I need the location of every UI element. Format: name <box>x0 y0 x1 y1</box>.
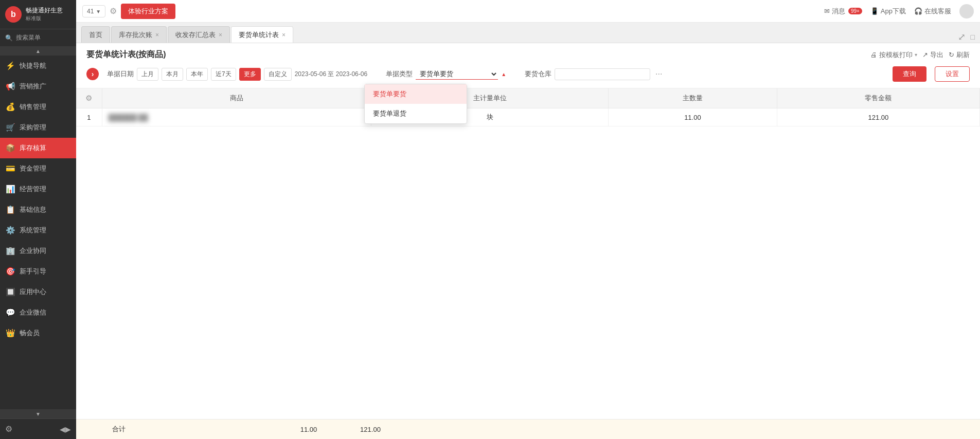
tab-label: 要货单统计表 <box>239 30 279 40</box>
tab-fullscreen-icon[interactable]: □ <box>971 33 975 41</box>
operation-icon: 📊 <box>5 184 15 194</box>
marketing-icon: 📢 <box>5 81 15 92</box>
table-area: ⚙ 商品 主计量单位 主数量 零售金额 1 ██████ ██ 块 <box>76 88 980 419</box>
settings-icon[interactable]: ⚙ <box>5 424 12 434</box>
search-icon: 🔍 <box>5 34 13 42</box>
warehouse-filter-label: 要货仓库 <box>525 69 551 79</box>
sidebar-item-operation[interactable]: 📊 经营管理 <box>0 179 76 199</box>
date-btn-last-month[interactable]: 上月 <box>137 68 158 81</box>
breadcrumb-select[interactable]: 41 <box>82 5 105 17</box>
sidebar-item-label: 新手引导 <box>20 267 46 276</box>
cell-row-num: 1 <box>76 108 102 126</box>
date-btn-this-year[interactable]: 本年 <box>186 68 208 81</box>
sidebar-scroll-down[interactable]: ▼ <box>0 409 76 418</box>
sidebar-item-finance[interactable]: 💳 资金管理 <box>0 158 76 179</box>
sidebar-item-label: 营销推广 <box>20 82 46 91</box>
table-settings-icon[interactable]: ⚙ <box>85 94 92 102</box>
messages-btn[interactable]: ✉ 消息 99+ <box>824 7 862 16</box>
avatar[interactable] <box>959 4 974 19</box>
sidebar-item-wechat[interactable]: 💬 企业微信 <box>0 302 76 323</box>
date-btn-this-month[interactable]: 本月 <box>162 68 183 81</box>
query-btn[interactable]: 查询 <box>893 66 926 82</box>
date-btn-more[interactable]: 更多 <box>239 68 261 81</box>
logo-sub: 标准版 <box>26 15 63 22</box>
settings-btn[interactable]: 设置 <box>935 66 970 82</box>
app-download-btn[interactable]: 📱 App下载 <box>870 7 906 16</box>
content-area: 要货单统计表(按商品) 🖨 按模板打印 ▾ ↗ 导出 ↻ 刷新 › <box>76 43 980 439</box>
sidebar-item-member[interactable]: 👑 畅会员 <box>0 323 76 343</box>
sidebar-item-purchase[interactable]: 🛒 采购管理 <box>0 117 76 138</box>
sidebar-item-label: 资金管理 <box>20 164 46 173</box>
sidebar-scroll-up[interactable]: ▲ <box>0 46 76 56</box>
tab-close-icon[interactable]: × <box>282 31 286 39</box>
page-actions: 🖨 按模板打印 ▾ ↗ 导出 ↻ 刷新 <box>870 50 970 60</box>
topbar-left: 41 ⚙ 体验行业方案 <box>82 4 819 19</box>
industry-btn[interactable]: 体验行业方案 <box>121 4 175 19</box>
tab-label: 收发存汇总表 <box>175 30 216 40</box>
sidebar-item-label: 应用中心 <box>20 287 46 297</box>
refresh-icon: ↻ <box>949 51 954 59</box>
sidebar-search[interactable]: 🔍 搜索菜单 <box>0 29 76 46</box>
printer-icon: 🖨 <box>870 51 877 59</box>
tabs-bar-right: ⤢ □ <box>953 31 975 43</box>
breadcrumb-num: 41 <box>87 8 94 15</box>
warehouse-more-icon[interactable]: ··· <box>655 69 662 79</box>
date-btn-7days[interactable]: 近7天 <box>211 68 236 81</box>
gear-settings-icon[interactable]: ⚙ <box>110 6 117 16</box>
dropdown-item-order-goods[interactable]: 要货单要货 <box>365 84 467 104</box>
sidebar-item-guide[interactable]: 🎯 新手引导 <box>0 261 76 282</box>
footer-quantity: 11.00 <box>278 426 340 433</box>
phone-icon: 📱 <box>870 7 879 15</box>
col-settings[interactable]: ⚙ <box>76 88 102 108</box>
quick-nav-icon: ⚡ <box>5 61 15 71</box>
type-filter-select[interactable]: 要货单要货 要货单退货 <box>416 68 498 80</box>
sidebar-item-label: 经营管理 <box>20 185 46 194</box>
tab-home[interactable]: 首页 <box>81 26 110 43</box>
logo-icon: b <box>5 6 22 23</box>
print-btn[interactable]: 🖨 按模板打印 ▾ <box>870 50 917 60</box>
sidebar-item-label: 基础信息 <box>20 205 46 214</box>
sidebar-item-quick-nav[interactable]: ⚡ 快捷导航 <box>0 56 76 76</box>
footer-label: 合计 <box>108 425 211 434</box>
sidebar-item-basic[interactable]: 📋 基础信息 <box>0 199 76 220</box>
tabs-bar: 首页 库存批次账 × 收发存汇总表 × 要货单统计表 × ⤢ □ <box>76 23 980 43</box>
wechat-icon: 💬 <box>5 307 15 318</box>
messages-badge: 99+ <box>848 8 862 14</box>
scroll-down-icon: ▼ <box>35 411 41 417</box>
sidebar-item-system[interactable]: ⚙️ 系统管理 <box>0 220 76 241</box>
sidebar-item-enterprise[interactable]: 🏢 企业协同 <box>0 241 76 261</box>
app-download-label: App下载 <box>881 7 906 16</box>
type-select-chevron-icon <box>501 71 506 77</box>
warehouse-filter-input[interactable] <box>555 68 650 80</box>
logo-text-block: 畅捷通好生意 标准版 <box>26 7 63 22</box>
tab-receive-summary[interactable]: 收发存汇总表 × <box>168 26 230 43</box>
sidebar-item-sales[interactable]: 💰 销售管理 <box>0 97 76 117</box>
date-filter-group: 单据日期 上月 本月 本年 近7天 更多 自定义 2023-05-06 至 20… <box>107 68 367 81</box>
basic-icon: 📋 <box>5 205 15 215</box>
enterprise-icon: 🏢 <box>5 246 15 256</box>
topbar: 41 ⚙ 体验行业方案 ✉ 消息 99+ 📱 App下载 🎧 在线客服 <box>76 0 980 23</box>
sidebar-item-label: 销售管理 <box>20 102 46 112</box>
filter-toggle-btn[interactable]: › <box>86 68 99 80</box>
online-service-btn[interactable]: 🎧 在线客服 <box>914 7 951 16</box>
sidebar-item-inventory[interactable]: 📦 库存核算 <box>0 138 76 158</box>
sidebar-item-apps[interactable]: 🔲 应用中心 <box>0 282 76 302</box>
breadcrumb-chevron-icon <box>96 8 101 15</box>
headset-icon: 🎧 <box>914 7 922 15</box>
dropdown-item-order-return[interactable]: 要货单退货 <box>365 104 467 123</box>
refresh-btn[interactable]: ↻ 刷新 <box>949 50 970 60</box>
sidebar-logo: b 畅捷通好生意 标准版 <box>0 0 76 29</box>
date-btn-custom[interactable]: 自定义 <box>264 68 292 81</box>
tab-expand-icon[interactable]: ⤢ <box>958 31 966 43</box>
tab-batch-account[interactable]: 库存批次账 × <box>111 26 167 43</box>
sidebar-item-marketing[interactable]: 📢 营销推广 <box>0 76 76 97</box>
footer-amount: 121.00 <box>340 426 401 433</box>
export-btn[interactable]: ↗ 导出 <box>922 50 943 60</box>
collapse-icon[interactable]: ◀▶ <box>60 425 71 433</box>
tab-close-icon[interactable]: × <box>219 31 222 39</box>
member-icon: 👑 <box>5 328 15 338</box>
message-icon: ✉ <box>824 7 830 15</box>
tab-order-summary[interactable]: 要货单统计表 × <box>231 26 293 43</box>
tab-close-icon[interactable]: × <box>155 31 159 39</box>
sidebar-item-label: 快捷导航 <box>20 61 46 70</box>
